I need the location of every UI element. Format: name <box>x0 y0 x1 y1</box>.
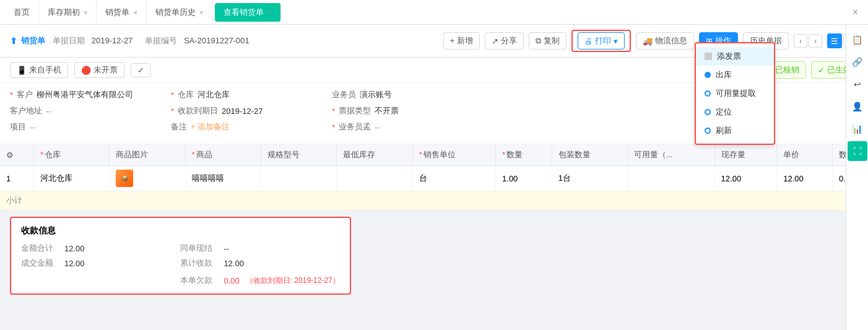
sidebar-return-icon[interactable]: ↩ <box>848 74 867 94</box>
print-button[interactable]: 🖨 打印 ▾ <box>578 32 625 50</box>
salesperson-field: * 业务员孟 -- <box>332 121 468 132</box>
tab-sales-history[interactable]: 销货单历史 × <box>147 0 212 25</box>
dropdown-item-locate[interactable]: 定位 <box>696 103 774 121</box>
share-button[interactable]: ↗ 分享 <box>485 32 524 50</box>
doc-actions: + 新增 ↗ 分享 ⧉ 复制 🖨 打印 ▾ 🚚 物流信息 ⊞ 操作 历史单据 <box>443 30 858 52</box>
invoice-icon <box>705 53 712 60</box>
payment-date-field: * 收款到期日 2019-12-27 <box>171 105 307 116</box>
dropdown-item-invoice[interactable]: 添发票 <box>696 47 774 66</box>
print-icon: 🖨 <box>584 37 592 46</box>
table-row: 1 河北仓库 📦 嘻嘻嘻嘻 台 1.00 1台 12.00 12.00 0. <box>0 166 868 191</box>
cumulative-row: 累计收款 12.00 <box>180 258 339 269</box>
col-available: 可用量（... <box>628 144 715 166</box>
check-button[interactable]: ✓ <box>131 63 151 77</box>
dropdown-item-refresh[interactable]: 刷新 <box>696 121 774 140</box>
outbound-icon <box>705 72 711 78</box>
payment-title: 收款信息 <box>21 225 340 237</box>
tab-bar: 首页 库存期初 × 销货单 × 销货单历史 × 查看销货单 × × <box>0 0 868 25</box>
tab-close-check[interactable]: × <box>267 9 271 16</box>
print-button-wrapper: 🖨 打印 ▾ <box>571 30 631 52</box>
from-mobile-button[interactable]: 📱 来自手机 <box>10 62 68 78</box>
number-label: 单据编号 SA-20191227-001 <box>145 35 249 46</box>
dropdown-item-outbound[interactable]: 出库 <box>696 66 774 84</box>
col-spec: 规格型号 <box>261 144 337 166</box>
customer-field: * 客户 柳州粤港平安气体有限公司 <box>10 89 146 100</box>
sidebar-chart-icon[interactable]: 📊 <box>848 119 867 139</box>
right-sidebar: 📋 🔗 ↩ 👤 📊 ⛶ <box>846 25 868 301</box>
row-qty: 1.00 <box>496 166 552 191</box>
tab-inventory-init[interactable]: 库存期初 × <box>39 0 97 25</box>
sidebar-expand-icon[interactable]: ⛶ <box>848 141 867 161</box>
product-thumbnail: 📦 <box>116 170 133 187</box>
col-warehouse: *仓库 <box>33 144 109 166</box>
logistics-button[interactable]: 🚚 物流信息 <box>636 32 694 50</box>
tab-check-sales[interactable]: 查看销货单 × <box>215 3 280 22</box>
new-button[interactable]: + 新增 <box>443 32 480 50</box>
table-wrap: ⚙ *仓库 商品图片 *商品 规格型号 最低库存 *销售单位 *数量 包装数量 … <box>0 144 868 211</box>
locate-icon <box>705 109 711 115</box>
staff-field: 业务员 演示账号 <box>332 89 468 100</box>
tab-close-history[interactable]: × <box>199 9 203 16</box>
operations-dropdown: 添发票 出库 可用量提取 定位 刷新 <box>695 42 775 145</box>
close-all-button[interactable]: × <box>848 7 863 18</box>
sidebar-copy-icon[interactable]: 📋 <box>848 30 867 50</box>
mobile-icon: 📱 <box>17 66 27 75</box>
view-list-button[interactable]: ☰ <box>827 33 842 48</box>
payment-info: 收款信息 金额合计 12.00 同单现结 -- 成交金额 12.00 累计收款 … <box>10 217 351 295</box>
tab-sales-order[interactable]: 销货单 × <box>97 0 146 25</box>
row-image: 📦 <box>110 166 185 191</box>
doc-type-label: 销货单 <box>21 35 45 46</box>
row-unit-price: 12.00 <box>777 166 833 191</box>
add-remark-button[interactable]: + 添加备注 <box>191 121 230 132</box>
dropdown-item-available[interactable]: 可用量提取 <box>696 84 774 103</box>
check-icon: ✓ <box>137 66 144 75</box>
row-available <box>628 166 715 191</box>
address-field: 客户地址 -- <box>10 105 146 116</box>
subtotal-label: 小计 <box>0 191 868 211</box>
transaction-row: 成交金额 12.00 <box>21 258 180 269</box>
effect-check-icon: ✓ <box>818 66 825 75</box>
row-unit: 台 <box>412 166 495 191</box>
not-opened-button[interactable]: 🔴 未开票 <box>74 62 124 78</box>
sidebar-user-icon[interactable]: 👤 <box>848 97 867 116</box>
print-dropdown-icon: ▾ <box>614 37 618 46</box>
row-current-stock: 12.00 <box>714 166 777 191</box>
col-min-stock: 最低库存 <box>337 144 412 166</box>
sidebar-link-icon[interactable]: 🔗 <box>848 52 867 72</box>
row-product: 嘻嘻嘻嘻 <box>185 166 261 191</box>
table-header-row: ⚙ *仓库 商品图片 *商品 规格型号 最低库存 *销售单位 *数量 包装数量 … <box>0 144 868 166</box>
doc-type-icon: ⬆ <box>10 36 17 46</box>
tab-home[interactable]: 首页 <box>5 0 39 25</box>
tab-close-sales[interactable]: × <box>133 9 137 16</box>
total-row: 金额合计 12.00 <box>21 243 180 254</box>
logistics-icon: 🚚 <box>643 37 653 46</box>
project-field: 项目 -- <box>10 121 146 132</box>
tab-close-inventory[interactable]: × <box>84 9 87 16</box>
warehouse-field: * 仓库 河北仓库 <box>171 89 307 100</box>
settlement-row: 同单现结 -- <box>180 243 339 254</box>
ticket-icon: 🔴 <box>81 66 91 75</box>
bottom-area: 收款信息 金额合计 12.00 同单现结 -- 成交金额 12.00 累计收款 … <box>0 211 868 301</box>
col-pack-qty: 包装数量 <box>552 144 627 166</box>
share-icon: ↗ <box>492 37 498 46</box>
outstanding-row: 本单欠款 0.00 （收款到期日: 2019-12-27） <box>180 275 339 286</box>
doc-title: ⬆ 销货单 <box>10 35 45 46</box>
row-num: 1 <box>0 166 33 191</box>
remark-field: 备注 + 添加备注 <box>171 121 307 132</box>
col-current-stock: 现存量 <box>714 144 777 166</box>
row-pack-qty: 1台 <box>552 166 627 191</box>
refresh-icon <box>705 128 711 134</box>
doc-meta: 单据日期 2019-12-27 单据编号 SA-20191227-001 <box>53 35 250 46</box>
prev-button[interactable]: ‹ <box>794 34 807 48</box>
copy-button[interactable]: ⧉ 复制 <box>529 32 566 50</box>
col-unit-price: 单价 <box>777 144 833 166</box>
ticket-type-field: * 票据类型 不开票 <box>332 105 468 116</box>
row-min-stock <box>337 166 412 191</box>
row-warehouse: 河北仓库 <box>33 166 109 191</box>
col-product: *商品 <box>185 144 261 166</box>
subtotal-row: 小计 <box>0 191 868 211</box>
next-button[interactable]: › <box>809 34 822 48</box>
row-spec <box>261 166 337 191</box>
col-settings[interactable]: ⚙ <box>0 144 33 166</box>
available-icon <box>705 90 711 97</box>
